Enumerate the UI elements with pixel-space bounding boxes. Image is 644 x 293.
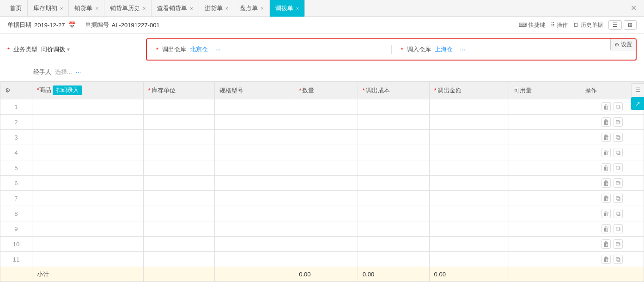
cell-unit-1[interactable] xyxy=(143,99,215,115)
cell-spec-10[interactable] xyxy=(215,237,294,252)
nav-tab-close-sales-order[interactable]: × xyxy=(95,6,98,11)
cell-amount-10[interactable] xyxy=(429,237,509,252)
cell-cost-11[interactable] xyxy=(358,252,429,267)
cell-unit-3[interactable] xyxy=(143,130,215,145)
delete-row-btn-11[interactable]: 🗑 xyxy=(601,255,611,264)
history-link[interactable]: 🗒 历史单据 xyxy=(573,21,603,29)
nav-tab-close-sales-history[interactable]: × xyxy=(143,6,146,11)
cell-qty-10[interactable] xyxy=(294,237,358,252)
cell-qty-5[interactable] xyxy=(294,160,358,176)
cell-qty-1[interactable] xyxy=(294,99,358,115)
operations-link[interactable]: ⠿ 操作 xyxy=(551,21,568,29)
delete-row-btn-6[interactable]: 🗑 xyxy=(601,178,611,188)
cell-available-1[interactable] xyxy=(509,99,580,115)
delete-row-btn-7[interactable]: 🗑 xyxy=(601,194,611,203)
copy-row-btn-4[interactable]: ⧉ xyxy=(614,148,623,157)
nav-tab-sales-history[interactable]: 销货单历史× xyxy=(104,0,152,17)
cell-available-9[interactable] xyxy=(509,221,580,237)
copy-row-btn-8[interactable]: ⧉ xyxy=(614,209,623,218)
list-layout-btn[interactable]: ☰ xyxy=(608,20,622,30)
nav-tab-purchase-order[interactable]: 进货单× xyxy=(199,0,234,17)
copy-row-btn-11[interactable]: ⧉ xyxy=(614,255,623,264)
cell-spec-1[interactable] xyxy=(215,99,294,115)
cell-spec-9[interactable] xyxy=(215,221,294,237)
cell-amount-1[interactable] xyxy=(429,99,509,115)
delete-row-btn-9[interactable]: 🗑 xyxy=(601,224,611,233)
shortcuts-link[interactable]: ⌨ 快捷键 xyxy=(519,21,545,29)
cell-available-8[interactable] xyxy=(509,206,580,221)
nav-tab-home[interactable]: 首页 xyxy=(4,0,28,17)
cell-cost-9[interactable] xyxy=(358,221,429,237)
nav-tab-close-inventory-check[interactable]: × xyxy=(261,6,263,11)
nav-tab-inventory-check[interactable]: 盘点单× xyxy=(234,0,269,17)
cell-product-9[interactable] xyxy=(32,221,143,237)
out-warehouse-more-btn[interactable]: ··· xyxy=(215,46,221,53)
cell-available-7[interactable] xyxy=(509,191,580,206)
cell-unit-5[interactable] xyxy=(143,160,215,176)
cell-amount-8[interactable] xyxy=(429,206,509,221)
cell-amount-11[interactable] xyxy=(429,252,509,267)
cell-cost-5[interactable] xyxy=(358,160,429,176)
cell-qty-9[interactable] xyxy=(294,221,358,237)
cell-available-11[interactable] xyxy=(509,252,580,267)
cell-spec-7[interactable] xyxy=(215,191,294,206)
cell-amount-9[interactable] xyxy=(429,221,509,237)
cell-qty-3[interactable] xyxy=(294,130,358,145)
copy-row-btn-2[interactable]: ⧉ xyxy=(614,117,623,127)
cell-spec-2[interactable] xyxy=(215,115,294,130)
cell-unit-11[interactable] xyxy=(143,252,215,267)
copy-row-btn-10[interactable]: ⧉ xyxy=(614,239,623,249)
scan-input-btn[interactable]: 扫码录入 xyxy=(53,85,82,95)
cell-product-1[interactable] xyxy=(32,99,143,115)
cell-amount-2[interactable] xyxy=(429,115,509,130)
cell-product-7[interactable] xyxy=(32,191,143,206)
cell-spec-5[interactable] xyxy=(215,160,294,176)
nav-tab-close-purchase-order[interactable]: × xyxy=(225,6,228,11)
cell-available-4[interactable] xyxy=(509,145,580,160)
delete-row-btn-8[interactable]: 🗑 xyxy=(601,209,611,218)
cell-available-10[interactable] xyxy=(509,237,580,252)
nav-tab-sales-order[interactable]: 销货单× xyxy=(69,0,104,17)
cell-cost-7[interactable] xyxy=(358,191,429,206)
copy-row-btn-7[interactable]: ⧉ xyxy=(614,194,623,203)
cell-cost-2[interactable] xyxy=(358,115,429,130)
cell-unit-6[interactable] xyxy=(143,176,215,191)
cell-product-8[interactable] xyxy=(32,206,143,221)
cell-spec-3[interactable] xyxy=(215,130,294,145)
cell-amount-4[interactable] xyxy=(429,145,509,160)
close-all-button[interactable]: ✕ xyxy=(627,4,640,12)
cell-amount-3[interactable] xyxy=(429,130,509,145)
handler-select[interactable]: 选择... xyxy=(55,68,72,76)
delete-row-btn-3[interactable]: 🗑 xyxy=(601,133,611,142)
cell-available-5[interactable] xyxy=(509,160,580,176)
cell-unit-8[interactable] xyxy=(143,206,215,221)
cell-available-6[interactable] xyxy=(509,176,580,191)
cell-qty-7[interactable] xyxy=(294,191,358,206)
cell-qty-11[interactable] xyxy=(294,252,358,267)
cell-unit-4[interactable] xyxy=(143,145,215,160)
cell-qty-2[interactable] xyxy=(294,115,358,130)
cell-product-11[interactable] xyxy=(32,252,143,267)
nav-tab-inventory-init[interactable]: 库存期初× xyxy=(28,0,69,17)
cell-product-10[interactable] xyxy=(32,237,143,252)
cell-cost-8[interactable] xyxy=(358,206,429,221)
cell-cost-6[interactable] xyxy=(358,176,429,191)
nav-tab-close-transfer-order[interactable]: × xyxy=(296,6,299,11)
cell-unit-9[interactable] xyxy=(143,221,215,237)
cell-product-6[interactable] xyxy=(32,176,143,191)
delete-row-btn-1[interactable]: 🗑 xyxy=(601,102,611,111)
nav-tab-transfer-order[interactable]: 调拨单× xyxy=(270,0,305,17)
calendar-icon[interactable]: 📅 xyxy=(68,21,76,29)
cell-available-3[interactable] xyxy=(509,130,580,145)
in-warehouse-more-btn[interactable]: ··· xyxy=(460,46,466,53)
cell-amount-5[interactable] xyxy=(429,160,509,176)
cell-cost-3[interactable] xyxy=(358,130,429,145)
handler-more-btn[interactable]: ··· xyxy=(76,68,81,76)
sidebar-list-btn[interactable]: ☰ xyxy=(631,83,644,96)
cell-product-3[interactable] xyxy=(32,130,143,145)
cell-amount-7[interactable] xyxy=(429,191,509,206)
copy-row-btn-9[interactable]: ⧉ xyxy=(614,224,623,233)
copy-row-btn-6[interactable]: ⧉ xyxy=(614,178,623,188)
delete-row-btn-4[interactable]: 🗑 xyxy=(601,148,611,157)
cell-available-2[interactable] xyxy=(509,115,580,130)
